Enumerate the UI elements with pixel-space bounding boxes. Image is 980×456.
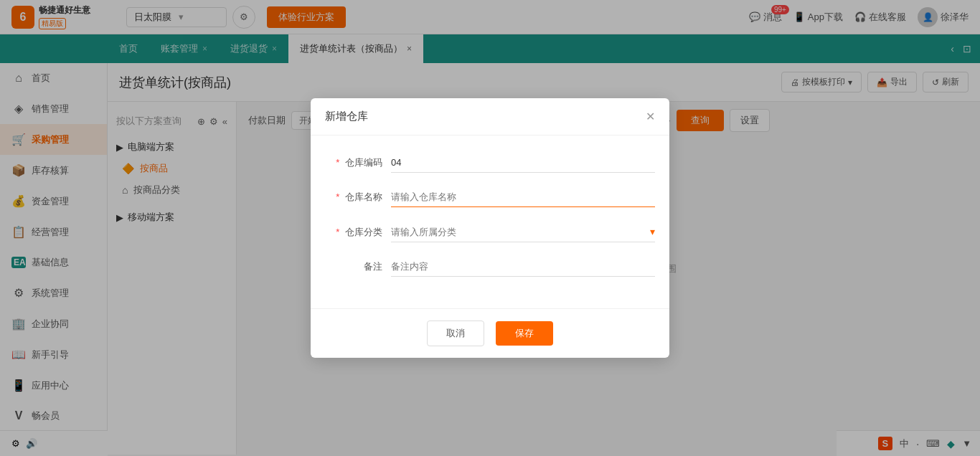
warehouse-name-input[interactable] xyxy=(391,187,655,207)
save-button[interactable]: 保存 xyxy=(496,321,553,346)
form-row-category: * 仓库分类 ▾ xyxy=(325,222,655,242)
category-label: * 仓库分类 xyxy=(325,226,382,239)
form-row-note: 备注 xyxy=(325,257,655,277)
required-mark-category: * xyxy=(336,227,339,237)
category-input[interactable] xyxy=(391,227,650,237)
modal-overlay[interactable]: 新增仓库 ✕ * 仓库编码 * 仓库名称 xyxy=(0,0,980,456)
required-mark-code: * xyxy=(336,157,339,168)
warehouse-code-input[interactable] xyxy=(391,153,655,173)
modal-header: 新增仓库 ✕ xyxy=(311,98,669,136)
cancel-button[interactable]: 取消 xyxy=(427,320,484,346)
required-mark-name: * xyxy=(336,191,339,202)
form-row-code: * 仓库编码 xyxy=(325,153,655,173)
note-label: 备注 xyxy=(325,260,382,273)
category-select-wrapper: ▾ xyxy=(391,222,655,242)
form-row-name: * 仓库名称 xyxy=(325,187,655,207)
modal-close-button[interactable]: ✕ xyxy=(646,110,655,123)
modal-body: * 仓库编码 * 仓库名称 * 仓库分类 xyxy=(311,136,669,308)
note-input[interactable] xyxy=(391,257,655,277)
modal-title: 新增仓库 xyxy=(325,110,368,123)
new-warehouse-modal: 新增仓库 ✕ * 仓库编码 * 仓库名称 xyxy=(311,98,669,358)
category-dropdown-icon[interactable]: ▾ xyxy=(650,226,655,237)
modal-footer: 取消 保存 xyxy=(311,308,669,358)
name-label: * 仓库名称 xyxy=(325,191,382,204)
code-label: * 仓库编码 xyxy=(325,156,382,169)
